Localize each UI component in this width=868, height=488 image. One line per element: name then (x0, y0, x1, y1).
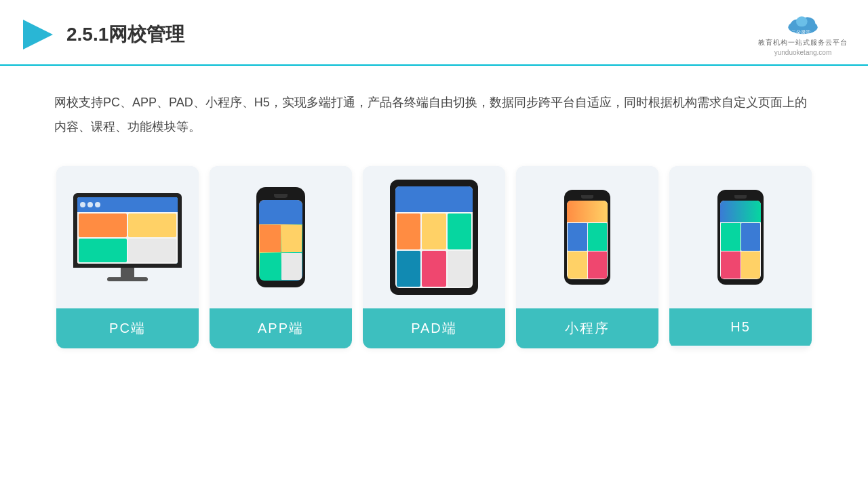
cards-container: PC端 APP端 (0, 152, 868, 362)
card-pad: PAD端 (363, 166, 505, 348)
card-h5-image (669, 166, 812, 308)
card-app-label: APP端 (210, 308, 352, 348)
phone-app (256, 187, 305, 287)
card-pc-image (56, 166, 199, 308)
tablet-pad (390, 180, 478, 295)
card-mini-label: 小程序 (516, 308, 658, 348)
cloud-icon: 云朵课堂 (786, 12, 820, 37)
card-mini-image (516, 166, 658, 308)
card-pad-label: PAD端 (363, 308, 505, 348)
phone-mini (564, 190, 610, 285)
pc-monitor (73, 193, 182, 281)
svg-point-4 (796, 16, 808, 26)
svg-text:云朵课堂: 云朵课堂 (791, 30, 810, 35)
phone-h5 (717, 190, 764, 285)
card-app-image (210, 166, 352, 308)
logo-tagline: 教育机构一站式服务云平台 (758, 38, 848, 47)
header-left: 2.5.1网校管理 (20, 17, 184, 52)
card-pc: PC端 (56, 166, 199, 348)
card-pc-label: PC端 (56, 308, 199, 348)
svg-marker-0 (23, 20, 53, 49)
page-title: 2.5.1网校管理 (66, 22, 184, 47)
logo-cloud: 云朵课堂 (786, 12, 820, 37)
header: 2.5.1网校管理 云朵课堂 教育机构一站式服务云平台 yunduoketang… (0, 0, 868, 66)
play-icon (20, 17, 56, 52)
card-h5: H5 (669, 166, 812, 348)
card-mini: 小程序 (516, 166, 658, 348)
card-h5-label: H5 (669, 308, 812, 346)
logo-url: yunduoketang.com (774, 49, 832, 56)
card-app: APP端 (210, 166, 352, 348)
logo-area: 云朵课堂 教育机构一站式服务云平台 yunduoketang.com (758, 12, 848, 56)
card-pad-image (363, 166, 505, 308)
description-text: 网校支持PC、APP、PAD、小程序、H5，实现多端打通，产品各终端自由切换，数… (0, 66, 868, 152)
